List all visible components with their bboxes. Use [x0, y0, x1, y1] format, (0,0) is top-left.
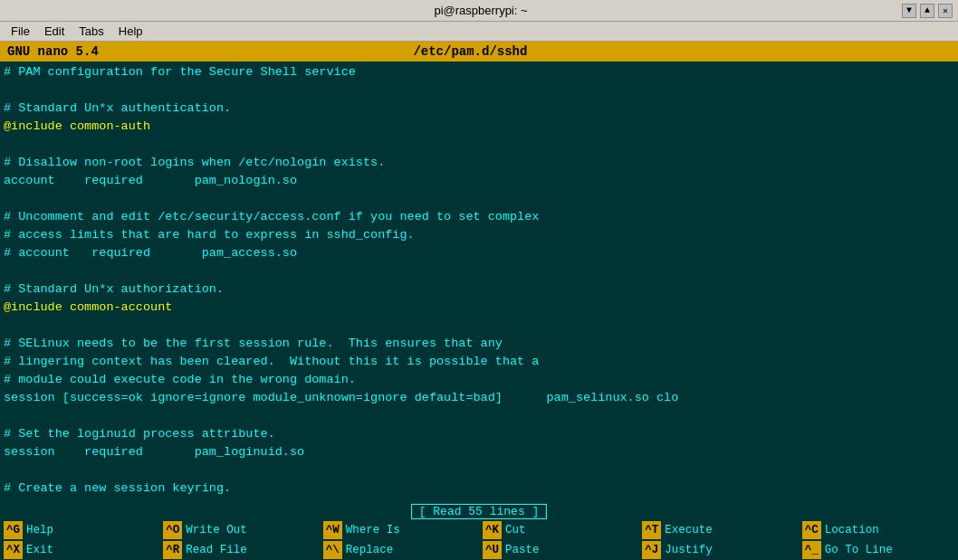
editor-area[interactable]: # PAM configuration for the Secure Shell… — [0, 62, 958, 502]
menu-item-edit[interactable]: Edit — [37, 24, 72, 39]
shortcut-label: Replace — [346, 541, 394, 559]
shortcut-label: Paste — [505, 541, 540, 559]
window-title: pi@raspberrypi: ~ — [60, 4, 902, 17]
shortcut-key: ^O — [163, 521, 182, 539]
shortcut-label: Read File — [186, 541, 247, 559]
shortcut-key: ^W — [323, 521, 342, 539]
shortcut-key: ^T — [642, 521, 661, 539]
shortcut-item[interactable]: ^TExecute — [638, 520, 798, 540]
shortcut-label: Justify — [665, 541, 713, 559]
window-controls[interactable]: ▼ ▲ ✕ — [902, 4, 953, 18]
shortcut-key: ^R — [163, 541, 182, 559]
menu-bar: FileEditTabsHelp — [0, 22, 958, 42]
shortcut-item[interactable]: ^OWrite Out — [159, 520, 319, 540]
shortcut-item[interactable]: ^\Replace — [320, 540, 479, 560]
shortcut-item[interactable]: ^KCut — [479, 520, 638, 540]
shortcut-key: ^C — [802, 521, 821, 539]
shortcut-item[interactable]: ^WWhere Is — [320, 520, 479, 540]
shortcut-item[interactable]: ^UPaste — [479, 540, 638, 560]
shortcut-key: ^\ — [323, 541, 342, 559]
shortcut-label: Exit — [26, 541, 53, 559]
maximize-button[interactable]: ▲ — [920, 4, 934, 18]
status-bar: [ Read 55 lines ] — [0, 502, 958, 520]
shortcut-key: ^J — [642, 541, 661, 559]
shortcut-key: ^_ — [802, 541, 821, 559]
status-message: [ Read 55 lines ] — [411, 504, 548, 519]
shortcut-bar: ^GHelp^OWrite Out^WWhere Is^KCut^TExecut… — [0, 520, 958, 560]
shortcut-item[interactable]: ^RRead File — [159, 540, 319, 560]
shortcut-item[interactable]: ^JJustify — [638, 540, 798, 560]
shortcut-label: Help — [26, 521, 53, 539]
nano-header: GNU nano 5.4 /etc/pam.d/sshd — [0, 42, 958, 62]
shortcut-label: Execute — [665, 521, 713, 539]
shortcut-item[interactable]: ^GHelp — [0, 520, 159, 540]
shortcut-item[interactable]: ^CLocation — [799, 520, 958, 540]
shortcut-key: ^U — [483, 541, 502, 559]
shortcut-label: Where Is — [346, 521, 400, 539]
shortcut-label: Location — [825, 521, 879, 539]
close-button[interactable]: ✕ — [938, 4, 953, 18]
nano-version: GNU nano 5.4 — [7, 44, 99, 59]
nano-filename: /etc/pam.d/sshd — [413, 44, 527, 59]
menu-item-tabs[interactable]: Tabs — [72, 24, 110, 39]
shortcut-key: ^K — [483, 521, 502, 539]
shortcut-key: ^G — [4, 521, 23, 539]
menu-item-file[interactable]: File — [4, 24, 37, 39]
minimize-button[interactable]: ▼ — [902, 4, 916, 18]
shortcut-item[interactable]: ^_Go To Line — [799, 540, 958, 560]
menu-item-help[interactable]: Help — [111, 24, 150, 39]
shortcut-key: ^X — [4, 541, 23, 559]
shortcut-item[interactable]: ^XExit — [0, 540, 159, 560]
title-bar: pi@raspberrypi: ~ ▼ ▲ ✕ — [0, 0, 958, 22]
shortcut-label: Write Out — [186, 521, 247, 539]
shortcut-label: Go To Line — [825, 541, 893, 559]
shortcut-label: Cut — [505, 521, 526, 539]
